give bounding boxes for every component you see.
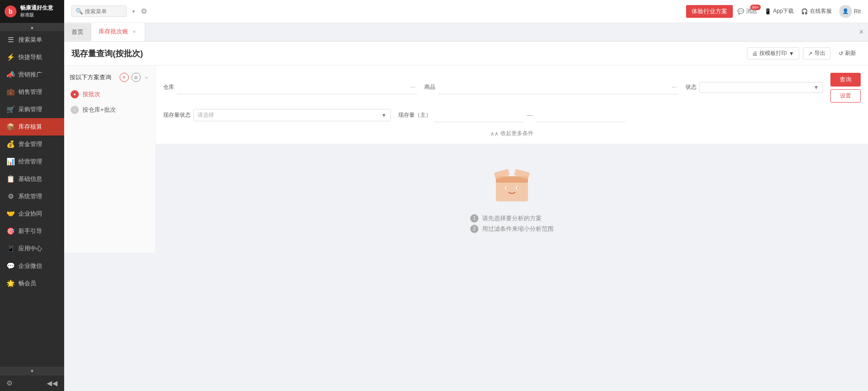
sidebar-item-new-guide[interactable]: 🎯 新手引导 [0, 223, 64, 240]
add-scheme-btn[interactable]: + [120, 73, 129, 82]
collapse-btn[interactable]: ∧∧ 收起更多条件 [487, 128, 537, 139]
search-menu-icon: ☰ [6, 36, 15, 44]
finance-icon: 💰 [6, 140, 15, 148]
system-icon: ⚙ [6, 192, 15, 201]
svg-rect-0 [496, 181, 528, 201]
stock-qty-from[interactable] [436, 110, 522, 120]
stock-status-select[interactable]: 请选择 ▼ [193, 109, 391, 121]
experience-btn[interactable]: 体验行业方案 [686, 5, 733, 18]
refresh-btn[interactable]: ↺ 刷新 [834, 48, 861, 59]
status-dropdown-icon: ▼ [813, 84, 819, 91]
sidebar-header: b 畅康通好生意 标准版 [0, 0, 64, 23]
sidebar-item-enterprise[interactable]: 🤝 企业协同 [0, 205, 64, 223]
warehouse-text-input[interactable] [179, 82, 409, 92]
sidebar-settings-icon[interactable]: ⚙ [6, 379, 12, 387]
filter-area: 仓库 ··· 商品 ··· [156, 65, 868, 144]
app-download-item[interactable]: 📱 App下载 [764, 7, 794, 15]
online-support-item[interactable]: 🎧 在线客服 [801, 7, 832, 15]
avatar: 👤 [839, 5, 852, 18]
stock-qty-to-input[interactable] [536, 108, 626, 122]
user-avatar-img: 👤 [842, 8, 849, 14]
marketing-icon: 📣 [6, 71, 15, 79]
sidebar-scroll-up[interactable]: ▲ [0, 23, 64, 31]
sidebar-item-system[interactable]: ⚙ 系统管理 [0, 188, 64, 205]
sidebar-item-purchase[interactable]: 🛒 采购管理 [0, 101, 64, 118]
messages-item[interactable]: 💬 消息 99+ [737, 7, 757, 15]
sidebar-scroll-down[interactable]: ▼ [0, 367, 64, 375]
sidebar-item-operations[interactable]: 📊 经营管理 [0, 153, 64, 170]
sidebar-collapse-icon[interactable]: ◀◀ [47, 379, 58, 387]
sidebar-item-inventory[interactable]: 📦 库存核算 [0, 118, 64, 136]
sidebar-item-corp-wechat[interactable]: 💬 企业微信 [0, 257, 64, 275]
query-btn[interactable]: 查询 [830, 73, 861, 87]
stock-status-field: 现存量状态 请选择 ▼ [163, 109, 391, 121]
warehouse-more-icon[interactable]: ··· [411, 84, 415, 90]
hint-num-1: 1 [470, 214, 478, 223]
search-box[interactable]: 🔍 [71, 5, 126, 17]
tabbar: 首页 库存批次账 × × [64, 23, 868, 42]
sidebar-item-marketing[interactable]: 📣 营销推广 [0, 66, 64, 83]
product-input[interactable]: ··· [438, 80, 678, 94]
stock-qty-to[interactable] [538, 110, 624, 120]
sidebar-item-label: 系统管理 [18, 192, 42, 201]
search-icon: 🔍 [76, 8, 83, 15]
sidebar-item-basic-info[interactable]: 📋 基础信息 [0, 170, 64, 188]
collapse-label: 收起更多条件 [500, 130, 533, 137]
tab-home[interactable]: 首页 [64, 23, 91, 41]
sidebar-item-sales[interactable]: 💼 销售管理 [0, 83, 64, 101]
hint-item-2: 2 用过滤条件来缩小分析范围 [470, 223, 554, 234]
empty-state: 1 请先选择要分析的方案 2 用过滤条件来缩小分析范围 [156, 144, 868, 253]
tab-close-icon[interactable]: × [131, 28, 137, 35]
stock-qty-from-input[interactable] [434, 108, 524, 122]
page-title-actions: 🖨 按模板打印 ▼ ↗ 导出 ↺ 刷新 [747, 47, 861, 60]
product-more-icon[interactable]: ··· [672, 84, 676, 90]
topbar-right: 💬 消息 99+ 📱 App下载 🎧 在线客服 👤 Rit [737, 5, 861, 18]
tab-batch-stock[interactable]: 库存批次账 × [91, 23, 145, 41]
status-select[interactable]: ▼ [699, 82, 823, 93]
export-btn[interactable]: ↗ 导出 [803, 47, 830, 60]
member-icon: 🌟 [6, 279, 15, 288]
scheme-list: ● 按批次 ○ 按仓库+批次 [64, 85, 155, 119]
scheme-item-by-warehouse-batch[interactable]: ○ 按仓库+批次 [64, 102, 155, 118]
page-title-bar: 现存量查询(按批次) 🖨 按模板打印 ▼ ↗ 导出 ↺ 刷新 [64, 42, 868, 65]
filter-row-2: 现存量状态 请选择 ▼ 现存量（主） — [163, 108, 861, 122]
user-item[interactable]: 👤 Rit [839, 5, 861, 18]
status-label: 状态 [686, 83, 697, 91]
sidebar-item-search-menu[interactable]: ☰ 搜索菜单 [0, 31, 64, 49]
corp-wechat-icon: 💬 [6, 262, 15, 270]
sidebar-item-label: 快捷导航 [18, 53, 42, 61]
chevron-up-icon: ∧∧ [490, 130, 499, 137]
product-text-input[interactable] [440, 82, 670, 92]
hint-text-1: 请先选择要分析的方案 [482, 213, 542, 223]
print-btn[interactable]: 🖨 按模板打印 ▼ [747, 47, 799, 60]
warehouse-label: 仓库 [163, 83, 174, 91]
table-settings-btn[interactable]: 设置 [830, 89, 861, 103]
sidebar-item-quick-nav[interactable]: ⚡ 快捷导航 [0, 49, 64, 66]
settings-icon[interactable]: ⚙ [141, 7, 147, 16]
status-field: 状态 ▼ [686, 82, 823, 93]
filter-row-1: 仓库 ··· 商品 ··· [163, 72, 861, 103]
scheme-icon-active: ● [71, 90, 79, 98]
company-name: 畅康通好生意 [20, 5, 53, 12]
new-guide-icon: 🎯 [6, 227, 15, 235]
sidebar-item-app-center[interactable]: 📱 应用中心 [0, 240, 64, 257]
search-input[interactable] [85, 8, 121, 15]
product-label: 商品 [424, 83, 435, 91]
app-center-icon: 📱 [6, 244, 15, 253]
sidebar-item-label: 经营管理 [18, 157, 42, 166]
sidebar-item-member[interactable]: 🌟 畅会员 [0, 275, 64, 292]
scheme-settings-btn[interactable]: ⚙ [132, 73, 141, 82]
panel-collapse-icon[interactable]: « [143, 75, 150, 80]
export-btn-label: 导出 [814, 49, 825, 57]
dropdown-icon[interactable]: ▼ [131, 9, 136, 14]
sales-icon: 💼 [6, 88, 15, 96]
scheme-item-by-batch[interactable]: ● 按批次 [64, 87, 155, 102]
svg-point-6 [506, 187, 508, 189]
sidebar-item-label: 采购管理 [18, 105, 42, 114]
tabbar-close-all-btn[interactable]: × [855, 26, 868, 38]
inventory-icon: 📦 [6, 123, 15, 131]
sidebar-item-finance[interactable]: 💰 资金管理 [0, 136, 64, 153]
warehouse-input[interactable]: ··· [177, 80, 417, 94]
svg-point-7 [517, 187, 519, 189]
sidebar-item-label: 应用中心 [18, 244, 42, 253]
